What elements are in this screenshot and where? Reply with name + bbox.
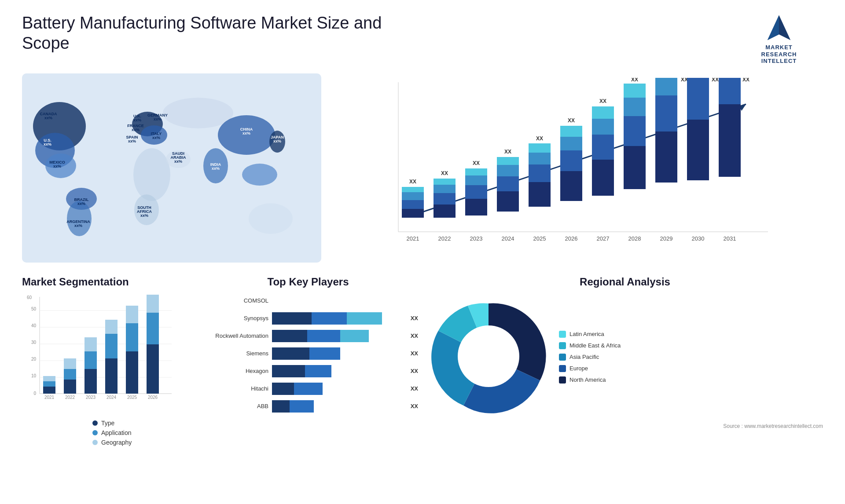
svg-rect-144 [105,320,118,334]
color-middle-east-africa [559,342,566,349]
svg-text:30: 30 [31,340,37,345]
regional-title: Regional Analysis [427,276,823,288]
bar-seg2 [290,400,314,413]
svg-text:2023: 2023 [470,235,483,242]
page-title: Battery Manufacturing Software Market Si… [22,13,418,53]
bar-seg2 [294,383,323,395]
svg-text:xx%: xx% [140,213,148,218]
svg-rect-86 [560,150,582,171]
svg-text:xx%: xx% [44,142,51,146]
player-bar-synopsys [272,312,404,325]
svg-text:2025: 2025 [533,235,546,242]
svg-rect-130 [43,387,55,394]
svg-rect-79 [529,182,551,207]
svg-rect-136 [64,358,76,369]
svg-rect-87 [560,137,582,150]
svg-rect-135 [64,369,76,380]
players-container: COMSOL Synopsys XX Rockwell Automation [198,295,418,413]
svg-text:xx%: xx% [53,164,61,168]
bar-seg2 [305,365,331,377]
svg-rect-69 [465,175,487,185]
svg-rect-67 [465,199,487,215]
svg-rect-146 [126,351,138,394]
segmentation-section: Market Segmentation 0 10 20 30 40 50 60 [22,276,189,465]
bar-seg2 [312,312,347,325]
svg-rect-63 [434,185,456,193]
svg-text:xx%: xx% [242,131,250,135]
svg-text:2022: 2022 [65,395,75,400]
bar-seg3 [347,312,382,325]
legend-latin-america: Latin America [559,331,621,338]
svg-text:2025: 2025 [127,395,137,400]
player-row-siemens: Siemens XX [198,347,418,360]
player-name-comsol: COMSOL [198,297,268,304]
player-bar-rockwell [272,330,404,342]
world-map-container: CANADA xx% U.S. xx% MEXICO xx% BRAZIL xx… [22,73,321,263]
color-latin-america [559,331,566,338]
player-xx-siemens: XX [411,350,418,357]
svg-text:xx%: xx% [132,128,140,132]
player-row-hexagon: Hexagon XX [198,365,418,377]
bar-seg1 [272,347,309,360]
segmentation-legend: Type Application Geography [92,420,189,446]
color-north-america [559,376,566,383]
svg-rect-139 [84,351,97,369]
legend-middle-east-africa: Middle East & Africa [559,342,621,349]
logo-area: MARKETRESEARCHINTELLECT [735,13,823,65]
source-text: Source : www.marketresearchintellect.com [427,423,823,429]
player-name-abb: ABB [198,403,268,409]
svg-rect-151 [147,313,159,344]
svg-text:50: 50 [31,307,37,311]
player-xx-synopsys: XX [411,315,418,321]
svg-rect-93 [592,119,614,135]
svg-text:2028: 2028 [628,235,641,242]
player-row-synopsys: Synopsys XX [198,312,418,325]
svg-text:2027: 2027 [597,235,610,242]
legend-application-dot [92,430,98,435]
svg-text:xx%: xx% [154,117,162,121]
legend-north-america: North America [559,376,621,383]
svg-rect-73 [497,191,519,212]
svg-text:XX: XX [742,78,749,83]
legend-geography: Geography [92,439,189,446]
player-bar-hexagon [272,365,404,377]
svg-rect-104 [655,95,677,131]
bar-chart-section: XX 2021 XX 2022 XX 2023 [330,73,823,263]
bar-seg3 [340,330,369,342]
legend-geography-dot [92,440,98,445]
svg-text:XX: XX [473,160,480,166]
bar-seg1 [272,312,312,325]
svg-rect-113 [719,78,741,104]
svg-text:40: 40 [31,323,37,328]
bar-seg1 [272,365,305,377]
player-name-synopsys: Synopsys [198,315,268,321]
svg-text:2026: 2026 [565,235,578,242]
player-bar-abb [272,400,404,413]
svg-text:60: 60 [27,295,32,300]
svg-text:2024: 2024 [107,395,117,400]
svg-text:xx%: xx% [128,139,136,143]
svg-rect-62 [434,193,456,205]
svg-text:2021: 2021 [44,395,55,400]
svg-text:0: 0 [33,391,36,396]
player-name-hexagon: Hexagon [198,368,268,374]
svg-text:xx%: xx% [77,201,85,206]
svg-text:XX: XX [681,78,688,83]
svg-rect-85 [560,171,582,201]
top-row: CANADA xx% U.S. xx% MEXICO xx% BRAZIL xx… [22,73,823,263]
svg-rect-74 [497,176,519,191]
svg-rect-56 [402,200,424,209]
svg-rect-58 [402,187,424,192]
svg-text:XX: XX [631,78,638,83]
player-xx-hexagon: XX [411,368,418,374]
svg-rect-98 [624,116,646,146]
player-name-rockwell: Rockwell Automation [198,332,268,339]
svg-text:XX: XX [712,78,719,83]
svg-rect-103 [655,131,677,183]
segmentation-chart-svg: 0 10 20 30 40 50 60 2021 [22,295,176,413]
svg-rect-70 [465,168,487,175]
color-europe [559,365,566,372]
player-row-rockwell: Rockwell Automation XX [198,330,418,342]
svg-rect-131 [43,381,55,387]
svg-rect-61 [434,205,456,218]
